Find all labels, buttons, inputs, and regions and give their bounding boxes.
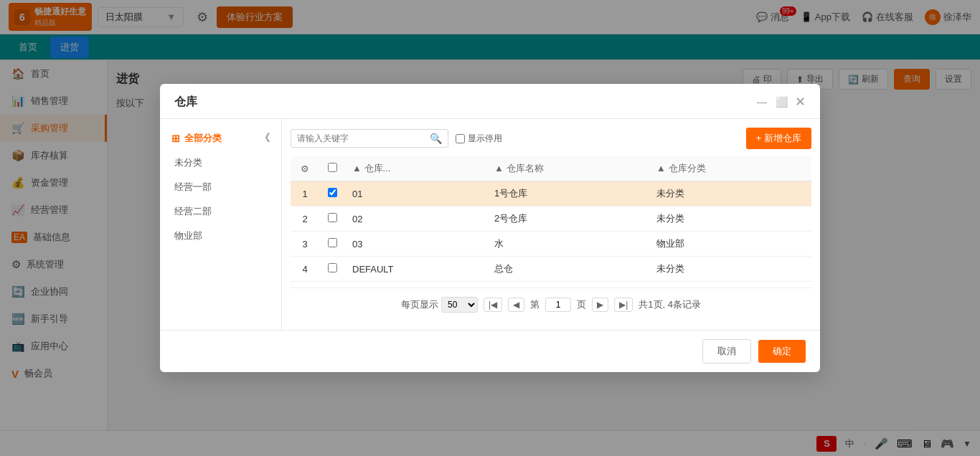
page-size-dropdown[interactable]: 50 10 20 100 [441, 297, 478, 313]
col-name: ▲ 仓库名称 [487, 156, 649, 181]
row-num: 1 [291, 181, 319, 206]
confirm-button[interactable]: 确定 [758, 340, 806, 363]
add-warehouse-button[interactable]: + 新增仓库 [746, 128, 811, 149]
row-select-checkbox[interactable] [328, 188, 337, 197]
row-checkbox[interactable] [319, 181, 345, 206]
row-select-checkbox[interactable] [328, 263, 337, 272]
minimize-button[interactable]: — [755, 96, 768, 108]
table-row: 3 03 水 物业部 [291, 232, 811, 257]
table-row: 2 02 2号仓库 未分类 [291, 206, 811, 232]
dialog-left-panel: ⊞ 全部分类 《 未分类 经营一部 经营二部 物业部 [160, 119, 282, 330]
search-input[interactable] [297, 133, 430, 143]
cancel-button[interactable]: 取消 [702, 339, 751, 364]
category-property[interactable]: 物业部 [160, 224, 281, 248]
warehouse-dialog: 仓库 — ⬜ ✕ ⊞ 全部分类 《 未分类 经营一部 [160, 84, 820, 372]
row-code: 01 [345, 181, 487, 206]
search-icon: 🔍 [430, 133, 442, 144]
row-category: 未分类 [649, 206, 811, 232]
pagination: 每页显示 50 10 20 100 |◀ ◀ 第 页 ▶ ▶| [291, 288, 811, 321]
dialog-right-panel: 🔍 显示停用 + 新增仓库 ⚙ [282, 119, 820, 330]
first-page-btn[interactable]: |◀ [484, 298, 502, 312]
close-button[interactable]: ✕ [795, 94, 806, 110]
grid-icon: ⊞ [171, 133, 180, 144]
table-header: ⚙ ▲ 仓库... ▲ [291, 156, 811, 181]
row-name: 总仓 [487, 257, 649, 282]
row-name: 1号仓库 [487, 181, 649, 206]
row-num: 4 [291, 257, 319, 282]
dialog-overlay: 仓库 — ⬜ ✕ ⊞ 全部分类 《 未分类 经营一部 [0, 0, 980, 456]
col-code: ▲ 仓库... [345, 156, 487, 181]
dialog-header: 仓库 — ⬜ ✕ [160, 84, 820, 119]
warehouse-table: ⚙ ▲ 仓库... ▲ [291, 156, 811, 282]
category-dept2[interactable]: 经营二部 [160, 199, 281, 224]
row-category: 物业部 [649, 232, 811, 257]
row-num: 2 [291, 206, 319, 232]
row-name: 2号仓库 [487, 206, 649, 232]
row-code: 02 [345, 206, 487, 232]
table-row: 4 DEFAULT 总仓 未分类 [291, 257, 811, 282]
row-name: 水 [487, 232, 649, 257]
table-container: ⚙ ▲ 仓库... ▲ [291, 156, 811, 282]
show-disabled-checkbox[interactable] [456, 134, 465, 143]
row-category: 未分类 [649, 181, 811, 206]
all-categories-label: 全部分类 [184, 132, 222, 145]
collapse-icon[interactable]: 《 [260, 132, 270, 145]
category-dept1[interactable]: 经营一部 [160, 175, 281, 199]
col-settings: ⚙ [291, 156, 319, 181]
row-category: 未分类 [649, 257, 811, 282]
show-disabled-label[interactable]: 显示停用 [456, 133, 502, 145]
row-checkbox[interactable] [319, 257, 345, 282]
page-size-select: 每页显示 50 10 20 100 [401, 297, 478, 313]
total-info: 共1页, 4条记录 [639, 298, 701, 311]
last-page-btn[interactable]: ▶| [614, 298, 633, 312]
row-code: DEFAULT [345, 257, 487, 282]
row-select-checkbox[interactable] [328, 213, 337, 222]
all-categories-item[interactable]: ⊞ 全部分类 《 [160, 126, 281, 151]
settings-col-icon: ⚙ [301, 163, 309, 174]
page-suffix: 页 [577, 298, 586, 311]
row-checkbox[interactable] [319, 206, 345, 232]
maximize-button[interactable]: ⬜ [774, 96, 789, 108]
dialog-footer: 取消 确定 [160, 330, 820, 372]
row-num: 3 [291, 232, 319, 257]
row-code: 03 [345, 232, 487, 257]
table-row: 1 01 1号仓库 未分类 [291, 181, 811, 206]
dialog-title: 仓库 [174, 95, 197, 110]
search-wrap: 🔍 [291, 129, 448, 148]
row-checkbox[interactable] [319, 232, 345, 257]
category-uncategorized[interactable]: 未分类 [160, 151, 281, 175]
table-body: 1 01 1号仓库 未分类 2 02 2号仓库 未分类 3 03 水 物业部 4… [291, 181, 811, 282]
window-controls: — ⬜ ✕ [755, 94, 806, 110]
row-select-checkbox[interactable] [328, 238, 337, 247]
dialog-toolbar: 🔍 显示停用 + 新增仓库 [291, 128, 811, 149]
col-checkbox [319, 156, 345, 181]
page-number-input[interactable] [545, 298, 571, 312]
select-all-checkbox[interactable] [328, 163, 337, 172]
col-category: ▲ 仓库分类 [649, 156, 811, 181]
next-page-btn[interactable]: ▶ [592, 298, 608, 312]
dialog-body: ⊞ 全部分类 《 未分类 经营一部 经营二部 物业部 [160, 119, 820, 330]
prev-page-btn[interactable]: ◀ [508, 298, 524, 312]
page-label: 第 [530, 298, 540, 311]
